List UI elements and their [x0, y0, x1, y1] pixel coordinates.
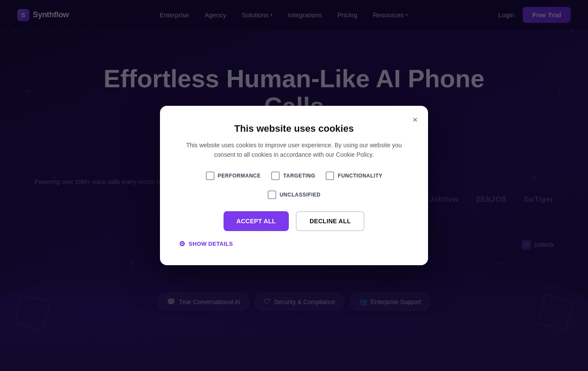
performance-checkbox[interactable] — [206, 171, 214, 180]
performance-label: PERFORMANCE — [218, 173, 261, 179]
cookie-option-unclassified[interactable]: UNCLASSIFIED — [268, 190, 321, 199]
cookie-option-performance[interactable]: PERFORMANCE — [206, 171, 261, 180]
unclassified-label: UNCLASSIFIED — [280, 192, 321, 198]
cookie-option-functionality[interactable]: FUNCTIONALITY — [326, 171, 382, 180]
functionality-checkbox[interactable] — [326, 171, 334, 180]
accept-all-button[interactable]: ACCEPT ALL — [224, 211, 289, 231]
modal-title: This website uses cookies — [179, 123, 409, 134]
cookie-options: PERFORMANCE TARGETING FUNCTIONALITY UNCL… — [179, 171, 409, 199]
modal-close-button[interactable]: × — [411, 114, 419, 126]
modal-description: This website uses cookies to improve use… — [179, 140, 409, 160]
functionality-label: FUNCTIONALITY — [338, 173, 382, 179]
cookie-modal-overlay: × This website uses cookies This website… — [0, 0, 588, 371]
targeting-label: TARGETING — [283, 173, 315, 179]
cookie-modal: × This website uses cookies This website… — [160, 106, 428, 266]
cookie-option-targeting[interactable]: TARGETING — [271, 171, 315, 180]
targeting-checkbox[interactable] — [271, 171, 280, 180]
unclassified-checkbox[interactable] — [268, 190, 276, 199]
modal-actions: ACCEPT ALL DECLINE ALL — [179, 211, 409, 231]
show-details-button[interactable]: ⚙ SHOW DETAILS — [179, 240, 233, 248]
decline-all-button[interactable]: DECLINE ALL — [296, 211, 364, 231]
gear-icon: ⚙ — [179, 240, 185, 248]
